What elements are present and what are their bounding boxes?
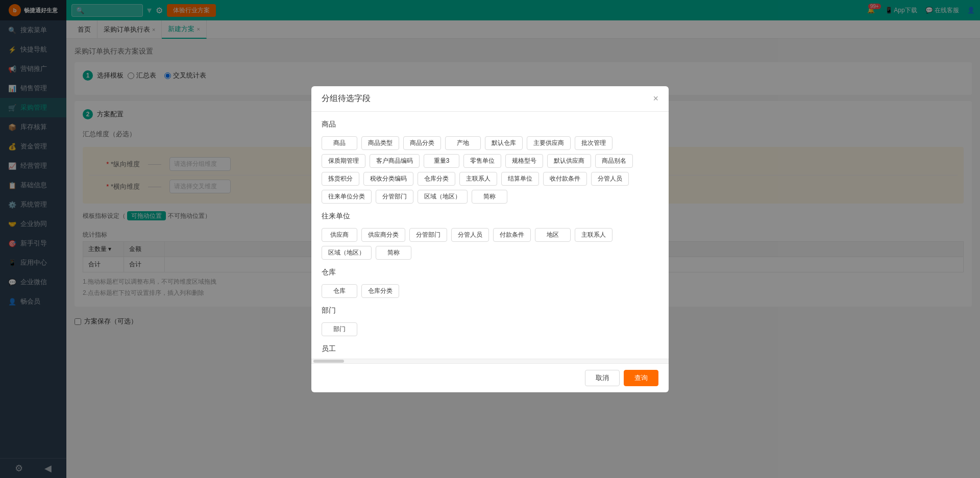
field-item[interactable]: 批次管理	[575, 136, 612, 150]
field-group-employee: 员工 业务员	[322, 344, 658, 359]
field-item[interactable]: 规格型号	[505, 154, 543, 168]
field-item[interactable]: 仓库分类	[418, 172, 455, 186]
field-item[interactable]: 往来单位分类	[322, 190, 372, 204]
field-item[interactable]: 商品类型	[361, 136, 399, 150]
field-item[interactable]: 结算单位	[501, 172, 539, 186]
field-item[interactable]: 零售单位	[463, 154, 501, 168]
field-item[interactable]: 主联系人	[459, 172, 497, 186]
field-item[interactable]: 商品别名	[595, 154, 633, 168]
warehouse-field-items: 仓库 仓库分类	[322, 284, 658, 298]
field-item[interactable]: 分管人员	[451, 228, 489, 242]
horizontal-scrollbar[interactable]	[311, 359, 669, 363]
field-item[interactable]: 客户商品编码	[370, 154, 420, 168]
modal-close-button[interactable]: ×	[653, 93, 658, 104]
field-item[interactable]: 商品分类	[403, 136, 441, 150]
field-item[interactable]: 供应商分类	[361, 228, 405, 242]
field-group-product: 商品 商品 商品类型 商品分类 产地 默认仓库 主要供应商 批次管理 保质期管理…	[322, 120, 658, 204]
field-item[interactable]: 简称	[376, 246, 411, 260]
field-group-counterpart: 往来单位 供应商 供应商分类 分管部门 分管人员 付款条件 地区 主联系人 区域…	[322, 212, 658, 260]
field-item[interactable]: 默认仓库	[485, 136, 523, 150]
scrollbar-thumb	[313, 360, 344, 363]
field-item[interactable]: 供应商	[322, 228, 357, 242]
modal-confirm-button[interactable]: 查询	[624, 370, 658, 386]
field-item[interactable]: 分管人员	[591, 172, 629, 186]
field-item[interactable]: 付款条件	[493, 228, 531, 242]
field-item[interactable]: 地区	[535, 228, 571, 242]
field-item[interactable]: 保质期管理	[322, 154, 365, 168]
modal-cancel-button[interactable]: 取消	[585, 370, 620, 386]
field-item[interactable]: 仓库分类	[361, 284, 399, 298]
product-field-items: 商品 商品类型 商品分类 产地 默认仓库 主要供应商 批次管理 保质期管理 客户…	[322, 136, 658, 204]
field-item[interactable]: 简称	[472, 190, 507, 204]
modal-body: 商品 商品 商品类型 商品分类 产地 默认仓库 主要供应商 批次管理 保质期管理…	[311, 112, 669, 359]
field-item[interactable]: 部门	[322, 322, 357, 336]
group-title-counterpart: 往来单位	[322, 212, 658, 223]
field-item[interactable]: 商品	[322, 136, 357, 150]
field-item[interactable]: 收付款条件	[543, 172, 587, 186]
field-select-modal: 分组待选字段 × 商品 商品 商品类型 商品分类 产地 默认仓库 主要供应商 批…	[311, 86, 669, 392]
modal-footer: 取消 查询	[311, 363, 669, 392]
department-field-items: 部门	[322, 322, 658, 336]
field-item[interactable]: 重量3	[424, 154, 459, 168]
field-item[interactable]: 区域（地区）	[322, 246, 372, 260]
field-group-warehouse: 仓库 仓库 仓库分类	[322, 268, 658, 298]
group-title-employee: 员工	[322, 344, 658, 356]
group-title-product: 商品	[322, 120, 658, 131]
counterpart-field-items: 供应商 供应商分类 分管部门 分管人员 付款条件 地区 主联系人 区域（地区） …	[322, 228, 658, 260]
field-item[interactable]: 分管部门	[376, 190, 413, 204]
group-title-department: 部门	[322, 306, 658, 317]
field-item[interactable]: 产地	[445, 136, 481, 150]
field-item[interactable]: 区域（地区）	[418, 190, 468, 204]
group-title-warehouse: 仓库	[322, 268, 658, 279]
field-group-department: 部门 部门	[322, 306, 658, 336]
modal-title: 分组待选字段	[322, 93, 371, 104]
field-item[interactable]: 仓库	[322, 284, 357, 298]
close-icon: ×	[653, 93, 658, 104]
field-item[interactable]: 主要供应商	[527, 136, 571, 150]
field-item[interactable]: 分管部门	[409, 228, 447, 242]
field-item[interactable]: 主联系人	[575, 228, 612, 242]
field-item[interactable]: 税收分类编码	[363, 172, 413, 186]
modal-overlay: 分组待选字段 × 商品 商品 商品类型 商品分类 产地 默认仓库 主要供应商 批…	[0, 0, 980, 478]
field-item[interactable]: 默认供应商	[547, 154, 591, 168]
modal-header: 分组待选字段 ×	[311, 86, 669, 112]
field-item[interactable]: 拣货积分	[322, 172, 359, 186]
